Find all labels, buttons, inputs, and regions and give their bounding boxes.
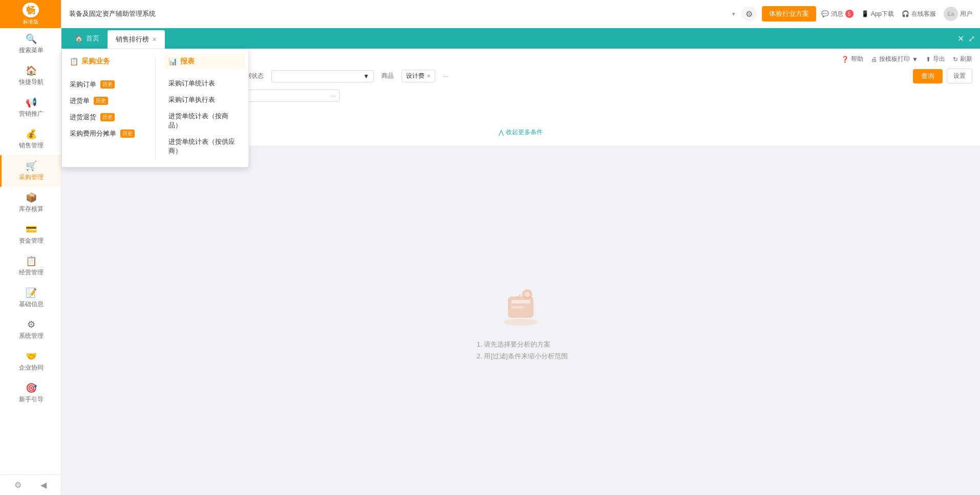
sidebar-item-search[interactable]: 🔍 搜索菜单 xyxy=(0,28,61,60)
dropdown-report-col: 📊 报表 采购订单统计表 采购订单执行表 进货单统计表（按商品） 进货单统计表（… xyxy=(168,57,241,159)
goods-tag-remove[interactable]: ✕ xyxy=(427,73,431,79)
messages-label: 消息 xyxy=(831,10,843,18)
setting-button[interactable]: 设置 xyxy=(947,69,972,83)
status-select[interactable]: ▼ xyxy=(271,70,374,82)
refresh-icon: ↻ xyxy=(953,56,958,63)
tab-home[interactable]: 🏠 首页 xyxy=(67,28,108,49)
purchase-order-label: 采购订单 xyxy=(70,80,96,89)
dropdown-item-goods-return[interactable]: 进货退货 历史 xyxy=(70,109,142,125)
print-label: 按模板打印 xyxy=(879,55,910,63)
dropdown-purchase-col: 📋 采购业务 采购订单 历史 进货单 历史 进货退货 历史 采购费用分摊单 历史 xyxy=(70,57,142,159)
sidebar-footer: ⚙ ◀ xyxy=(0,475,61,495)
messages-badge: 5 xyxy=(845,10,854,18)
sidebar-item-guide[interactable]: 🎯 新手引导 xyxy=(0,377,61,409)
finance-icon: 💳 xyxy=(26,224,37,235)
home-icon: 🏠 xyxy=(75,35,83,42)
logo-icon: 畅 xyxy=(23,3,39,17)
purchase-title-label: 采购业务 xyxy=(81,57,110,66)
dropdown-item-goods-stat-by-product[interactable]: 进货单统计表（按商品） xyxy=(168,108,241,134)
empty-tip-2: 用[过滤]条件来缩小分析范围 xyxy=(484,350,567,362)
logo-edition: 标准版 xyxy=(23,18,38,26)
online-service-label: 在线客服 xyxy=(911,10,936,18)
tab-close-icon[interactable]: ✕ xyxy=(152,36,157,43)
purchase-order-exec-label: 采购订单执行表 xyxy=(168,95,215,104)
messages-button[interactable]: 💬 消息 5 xyxy=(821,10,854,18)
sidebar-item-label-inventory: 库存核算 xyxy=(19,205,44,213)
user-menu-button[interactable]: Ea 用户 xyxy=(944,7,972,21)
system-title: 装备及固定资产辅助管理系统 xyxy=(69,9,726,18)
sidebar-item-label-guide: 新手引导 xyxy=(19,395,44,404)
sidebar-item-quick-nav[interactable]: 🏠 快捷导航 xyxy=(0,60,61,92)
report-icon: 📊 xyxy=(168,57,177,66)
dropdown-item-purchase-cost[interactable]: 采购费用分摊单 历史 xyxy=(70,125,142,142)
goods-return-label: 进货退货 xyxy=(70,113,96,122)
dropdown-item-purchase-order-stat[interactable]: 采购订单统计表 xyxy=(168,75,241,92)
topbar: 装备及固定资产辅助管理系统 ▼ ⚙ 体验行业方案 💬 消息 5 📱 App下载 … xyxy=(61,0,980,28)
salesman-input[interactable]: ··· xyxy=(238,90,340,102)
tab-home-label: 首页 xyxy=(86,34,99,43)
sidebar-item-enterprise[interactable]: 🤝 企业协同 xyxy=(0,346,61,377)
dropdown-item-goods-stat-by-supplier[interactable]: 进货单统计表（按供应商） xyxy=(168,134,241,159)
sidebar-item-purchase[interactable]: 🛒 采购管理 xyxy=(0,155,61,187)
report-title-label: 报表 xyxy=(180,57,195,66)
help-button[interactable]: ❓ 帮助 xyxy=(841,55,863,63)
svg-rect-3 xyxy=(512,306,524,308)
refresh-button[interactable]: ↻ 刷新 xyxy=(953,55,972,63)
sidebar-item-label-marketing: 营销推广 xyxy=(19,110,44,118)
tab-sales-rank[interactable]: 销售排行榜 ✕ xyxy=(108,30,165,49)
salesman-dots[interactable]: ··· xyxy=(330,92,335,99)
print-button[interactable]: 🖨 按模板打印 ▼ xyxy=(871,55,918,63)
user-label: 用户 xyxy=(960,10,972,18)
sidebar: 畅 标准版 🔍 搜索菜单 🏠 快捷导航 📢 营销推广 💰 销售管理 🛒 采购管理… xyxy=(0,0,61,495)
sidebar-logo: 畅 标准版 xyxy=(0,0,61,28)
sidebar-item-label-basic-info: 基础信息 xyxy=(19,300,44,309)
sidebar-item-system[interactable]: ⚙ 系统管理 xyxy=(0,314,61,346)
goods-receipt-label: 进货单 xyxy=(70,96,90,105)
tabbar-close-icon[interactable]: ✕ xyxy=(957,34,964,44)
topbar-settings-button[interactable]: ⚙ xyxy=(741,6,757,21)
goods-more-dots[interactable]: ··· xyxy=(443,72,449,80)
print-dropdown-icon[interactable]: ▼ xyxy=(912,56,918,63)
goods-tag-label: 设计费 xyxy=(406,72,424,80)
sidebar-item-finance[interactable]: 💳 资金管理 xyxy=(0,219,61,250)
purchase-order-stat-label: 采购订单统计表 xyxy=(168,79,215,88)
goods-stat-product-label: 进货单统计表（按商品） xyxy=(168,112,241,130)
system-title-dropdown[interactable]: ▼ xyxy=(731,11,736,17)
message-icon: 💬 xyxy=(821,10,829,17)
tab-sales-rank-label: 销售排行榜 xyxy=(116,35,149,44)
empty-state: 请先选择要分析的方案 用[过滤]条件来缩小分析范围 xyxy=(61,146,980,495)
industry-solution-button[interactable]: 体验行业方案 xyxy=(762,6,816,21)
purchase-cost-label: 采购费用分摊单 xyxy=(70,129,116,138)
search-icon: 🔍 xyxy=(26,33,37,45)
dropdown-item-purchase-order-exec[interactable]: 采购订单执行表 xyxy=(168,92,241,108)
dropdown-item-goods-receipt[interactable]: 进货单 历史 xyxy=(70,93,142,109)
export-button[interactable]: ⬆ 导出 xyxy=(926,55,945,63)
filter-actions: 查询 设置 xyxy=(913,69,972,83)
tabbar-expand-icon[interactable]: ⤢ xyxy=(968,34,975,44)
user-avatar: Ea xyxy=(944,7,958,21)
goods-tag: 设计费 ✕ xyxy=(401,70,435,82)
history-badge-4: 历史 xyxy=(120,130,135,138)
dropdown-item-purchase-order[interactable]: 采购订单 历史 xyxy=(70,76,142,93)
purchase-icon: 📋 xyxy=(70,57,78,66)
headset-icon: 🎧 xyxy=(902,10,909,17)
sidebar-item-label-finance: 资金管理 xyxy=(19,236,44,245)
sidebar-item-operations[interactable]: 📋 经营管理 xyxy=(0,250,61,282)
app-download-button[interactable]: 📱 App下载 xyxy=(861,10,894,18)
topbar-right: 💬 消息 5 📱 App下载 🎧 在线客服 Ea 用户 xyxy=(821,7,972,21)
sidebar-item-sales[interactable]: 💰 销售管理 xyxy=(0,123,61,155)
svg-rect-2 xyxy=(512,300,530,304)
inventory-icon: 📦 xyxy=(26,192,37,203)
sidebar-item-basic-info[interactable]: 📝 基础信息 xyxy=(0,282,61,314)
sidebar-settings-icon[interactable]: ⚙ xyxy=(14,480,22,490)
app-download-label: App下载 xyxy=(871,10,894,18)
sidebar-item-inventory[interactable]: 📦 库存核算 xyxy=(0,187,61,219)
sidebar-item-marketing[interactable]: 📢 营销推广 xyxy=(0,92,61,123)
purchase-icon: 🛒 xyxy=(26,160,37,171)
online-service-button[interactable]: 🎧 在线客服 xyxy=(902,10,936,18)
sidebar-collapse-icon[interactable]: ◀ xyxy=(40,480,47,490)
collapse-up-icon: ⋀ xyxy=(499,129,504,136)
goods-label: 商品 xyxy=(381,72,394,80)
dropdown-menu: 📋 采购业务 采购订单 历史 进货单 历史 进货退货 历史 采购费用分摊单 历史 xyxy=(61,49,249,167)
query-button[interactable]: 查询 xyxy=(913,69,943,83)
